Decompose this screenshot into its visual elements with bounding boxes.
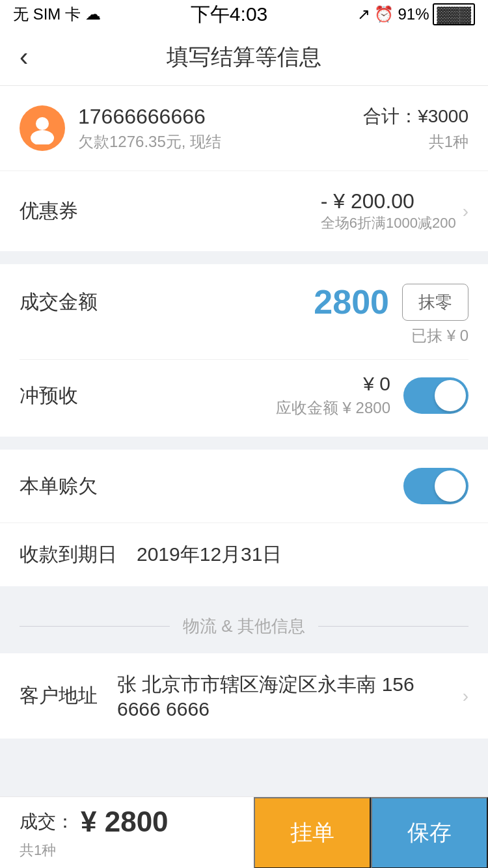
prepay-label: 冲预收 [20,383,78,409]
bottom-total-row: 成交： ¥ 2800 [20,806,234,838]
amount-right: 2800 抹零 [314,282,468,321]
user-info-row: 17666666666 欠款1276.35元, 现结 合计：¥3000 共1种 [0,86,488,170]
bottom-info: 成交： ¥ 2800 共1种 [0,806,254,860]
amount-sub-text: 已抹 ¥ 0 [20,325,468,346]
user-avatar-icon [26,112,59,144]
prepay-row: 冲预收 ¥ 0 应收金额 ¥ 2800 [20,373,468,418]
back-button[interactable]: ‹ [20,42,28,72]
user-phone: 17666666666 [78,105,221,129]
section-gap-2 [0,437,488,450]
row-divider [20,359,468,360]
address-value: 张 北京市市辖区海淀区永丰南 156 6666 6666 [117,671,463,720]
bottom-label: 成交： [20,809,74,834]
pending-button[interactable]: 挂单 [254,797,371,869]
sim-label: 无 SIM 卡 ☁ [13,4,101,25]
battery-icon: ▓▓▓ [433,3,475,25]
section-gap-1 [0,251,488,264]
amount-value: 2800 [314,282,389,321]
address-chevron-icon: › [463,686,468,707]
prepay-toggle[interactable] [403,377,468,414]
total-count-label: 共1种 [363,131,468,152]
svg-point-1 [31,130,54,144]
save-button[interactable]: 保存 [371,797,488,869]
address-label: 客户地址 [20,683,98,709]
amount-row: 成交金额 2800 抹零 [20,282,468,321]
coupon-right: - ¥ 200.00 全场6折满1000减200 › [321,189,468,233]
battery-label: 91% [398,5,429,23]
debt-toggle[interactable] [403,468,468,504]
prepay-right: ¥ 0 应收金额 ¥ 2800 [276,373,468,418]
status-left: 无 SIM 卡 ☁ [13,4,101,25]
amount-label: 成交金额 [20,289,98,316]
duedate-label: 收款到期日 [20,541,117,568]
user-details: 17666666666 欠款1276.35元, 现结 [78,105,221,152]
round-zero-button[interactable]: 抹零 [402,284,468,321]
logistics-line-right [318,626,468,627]
logistics-line-left [20,626,170,627]
status-time: 下午4:03 [191,1,267,28]
amount-section: 成交金额 2800 抹零 已抹 ¥ 0 冲预收 ¥ 0 应收金额 ¥ 2800 [0,264,488,437]
alarm-icon: ⏰ [374,5,394,23]
duedate-value: 2019年12月31日 [137,541,282,568]
status-bar: 无 SIM 卡 ☁ 下午4:03 ↗ ⏰ 91% ▓▓▓ [0,0,488,29]
avatar [20,105,65,151]
total-amount-label: 合计：¥3000 [363,104,468,129]
coupon-label: 优惠券 [20,198,78,224]
prepay-value: ¥ 0 [276,373,390,395]
page-title: 填写结算等信息 [167,42,321,72]
debt-section: 本单赊欠 [0,450,488,522]
debt-label: 本单赊欠 [20,473,98,500]
content-area: 17666666666 欠款1276.35元, 现结 合计：¥3000 共1种 … [0,86,488,823]
coupon-chevron-icon: › [463,201,468,222]
user-sub-info: 欠款1276.35元, 现结 [78,131,221,152]
bottom-count: 共1种 [20,841,234,860]
logistics-text: 物流 & 其他信息 [183,615,305,638]
section-gap-3 [0,586,488,599]
prepay-sub-text: 应收金额 ¥ 2800 [276,398,390,418]
coupon-discount: - ¥ 200.00 [321,189,456,213]
debt-toggle-knob [435,470,466,502]
svg-point-0 [36,117,49,130]
coupon-sub-text: 全场6折满1000减200 [321,213,456,233]
duedate-section: 收款到期日 2019年12月31日 [0,522,488,586]
bottom-amount: ¥ 2800 [81,806,169,838]
status-right: ↗ ⏰ 91% ▓▓▓ [357,3,475,25]
logistics-divider: 物流 & 其他信息 [0,599,488,653]
coupon-row[interactable]: 优惠券 - ¥ 200.00 全场6折满1000减200 › [0,170,488,251]
duedate-row: 收款到期日 2019年12月31日 [20,541,468,568]
prepay-amount: ¥ 0 应收金额 ¥ 2800 [276,373,390,418]
user-total: 合计：¥3000 共1种 [363,104,468,152]
user-left: 17666666666 欠款1276.35元, 现结 [20,105,221,152]
toggle-knob [435,380,466,411]
bottom-bar: 成交： ¥ 2800 共1种 挂单 保存 [0,796,488,868]
nav-bar: ‹ 填写结算等信息 [0,29,488,86]
location-icon: ↗ [357,5,370,23]
address-section[interactable]: 客户地址 张 北京市市辖区海淀区永丰南 156 6666 6666 › [0,653,488,739]
